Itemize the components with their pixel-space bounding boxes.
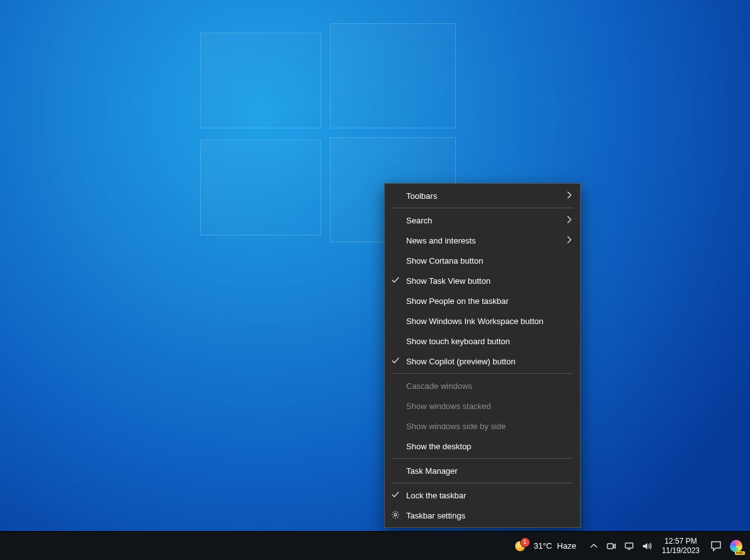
news-weather-widget[interactable]: 1 31°C Haze — [508, 532, 585, 560]
check-icon — [391, 490, 400, 499]
menu-item-label: Toolbars — [406, 191, 437, 201]
menu-item-label: Taskbar settings — [406, 511, 465, 520]
menu-item-show-desktop[interactable]: Show the desktop — [385, 436, 580, 456]
action-center-button[interactable] — [706, 532, 726, 560]
tray-clock[interactable]: 12:57 PM 11/19/2023 — [656, 532, 706, 560]
menu-separator — [392, 208, 573, 208]
copilot-icon: PRE — [730, 540, 742, 552]
copilot-taskbar-button[interactable]: PRE — [726, 540, 746, 552]
menu-item-show-task-view[interactable]: Show Task View button — [385, 271, 580, 291]
notification-icon — [710, 540, 722, 552]
menu-item-lock-taskbar[interactable]: Lock the taskbar — [385, 485, 580, 505]
menu-item-label: News and interests — [406, 236, 476, 245]
menu-separator — [392, 458, 573, 459]
menu-item-show-copilot[interactable]: Show Copilot (preview) button — [385, 351, 580, 371]
menu-item-label: Search — [406, 216, 432, 225]
menu-item-label: Show People on the taskbar — [406, 296, 509, 306]
menu-item-windows-side-by-side: Show windows side by side — [385, 416, 580, 436]
menu-item-label: Show windows side by side — [406, 422, 506, 431]
clock-time: 12:57 PM — [664, 537, 696, 546]
menu-item-task-manager[interactable]: Task Manager — [385, 461, 580, 481]
weather-condition: Haze — [557, 541, 576, 551]
menu-item-show-ink[interactable]: Show Windows Ink Workspace button — [385, 311, 580, 331]
weather-temperature: 31°C — [534, 541, 552, 551]
taskbar-context-menu: Toolbars Search News and interests Show … — [384, 183, 581, 528]
menu-item-show-people[interactable]: Show People on the taskbar — [385, 291, 580, 311]
menu-item-label: Show the desktop — [406, 442, 471, 451]
clock-date: 11/19/2023 — [662, 546, 700, 556]
menu-separator — [392, 483, 573, 483]
menu-item-toolbars[interactable]: Toolbars — [385, 186, 580, 206]
menu-item-label: Show windows stacked — [406, 401, 491, 411]
svg-point-0 — [394, 513, 397, 516]
menu-item-cascade-windows: Cascade windows — [385, 376, 580, 396]
chevron-right-icon — [565, 191, 574, 199]
menu-item-label: Show touch keyboard button — [406, 337, 510, 346]
menu-item-show-touch-keyboard[interactable]: Show touch keyboard button — [385, 331, 580, 351]
weather-alert-badge: 1 — [520, 537, 530, 547]
menu-item-label: Show Cortana button — [406, 256, 483, 266]
check-icon — [391, 276, 400, 284]
preview-badge: PRE — [735, 551, 745, 555]
chevron-right-icon — [565, 235, 574, 244]
menu-item-label: Task Manager — [406, 466, 458, 476]
menu-item-label: Show Task View button — [406, 276, 491, 286]
tray-volume-icon[interactable] — [638, 532, 656, 560]
system-tray: 1 31°C Haze 12:57 PM 11/19/2023 — [508, 532, 746, 560]
gear-icon — [391, 510, 400, 519]
menu-item-news-interests[interactable]: News and interests — [385, 230, 580, 250]
taskbar: 1 31°C Haze 12:57 PM 11/19/2023 — [0, 531, 750, 560]
menu-item-windows-stacked: Show windows stacked — [385, 396, 580, 416]
menu-item-label: Lock the taskbar — [406, 491, 466, 500]
menu-item-label: Show Windows Ink Workspace button — [406, 316, 543, 326]
tray-overflow-button[interactable] — [585, 532, 603, 560]
chevron-right-icon — [565, 215, 574, 224]
menu-item-label: Show Copilot (preview) button — [406, 357, 515, 366]
menu-separator — [392, 373, 573, 374]
tray-meet-now-icon[interactable] — [603, 532, 620, 560]
menu-item-show-cortana[interactable]: Show Cortana button — [385, 250, 580, 271]
svg-rect-2 — [625, 543, 633, 548]
weather-icon: 1 — [514, 539, 529, 554]
menu-item-taskbar-settings[interactable]: Taskbar settings — [385, 505, 580, 525]
menu-item-search[interactable]: Search — [385, 210, 580, 230]
check-icon — [391, 356, 400, 365]
menu-item-label: Cascade windows — [406, 381, 472, 391]
tray-network-icon[interactable] — [620, 532, 638, 560]
svg-rect-1 — [607, 544, 613, 549]
